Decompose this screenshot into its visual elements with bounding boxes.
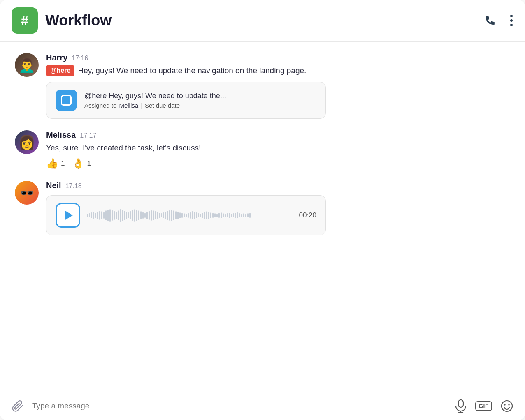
message-neil: Neil 17:18 00:20 [15, 181, 510, 235]
avatar-harry [15, 53, 39, 77]
message-content-melissa: Melissa 17:17 Yes, sure. I've created th… [46, 130, 510, 170]
messages-area: Harry 17:16 @here Hey, guys! We need to … [0, 42, 525, 392]
reaction-ok[interactable]: 👌 1 [72, 158, 91, 169]
message-content-harry: Harry 17:16 @here Hey, guys! We need to … [46, 53, 510, 119]
message-harry: Harry 17:16 @here Hey, guys! We need to … [15, 53, 510, 119]
message-text-harry: @here Hey, guys! We need to update the n… [46, 65, 510, 77]
task-details: @here Hey, guys! We need to update the..… [84, 92, 316, 109]
message-body-melissa: Yes, sure. I've created the task, let's … [46, 142, 201, 154]
channel-symbol: # [21, 14, 28, 27]
attach-button[interactable] [12, 399, 25, 413]
message-header-harry: Harry 17:16 [46, 53, 510, 62]
task-card[interactable]: @here Hey, guys! We need to update the..… [46, 82, 326, 119]
emoji-icon[interactable] [500, 399, 513, 413]
sender-name-harry: Harry [46, 53, 67, 62]
svg-point-7 [504, 404, 506, 406]
avatar-neil [15, 181, 39, 205]
audio-duration: 00:20 [299, 211, 316, 219]
timestamp-neil: 17:18 [65, 182, 82, 190]
bottom-bar: GIF [0, 392, 525, 420]
svg-point-2 [510, 24, 513, 26]
ok-count: 1 [87, 159, 91, 168]
sender-name-melissa: Melissa [46, 130, 76, 140]
waveform [87, 206, 292, 224]
chat-header: # Workflow [0, 0, 525, 42]
message-melissa: Melissa 17:17 Yes, sure. I've created th… [15, 130, 510, 170]
task-preview: @here Hey, guys! We need to update the..… [84, 92, 316, 100]
avatar-melissa [15, 130, 39, 154]
task-meta: Assigned to Mellisa | Set due date [84, 102, 316, 109]
svg-rect-3 [458, 400, 463, 407]
audio-card: 00:20 [46, 195, 326, 235]
task-icon [56, 90, 77, 111]
phone-icon[interactable] [483, 13, 498, 28]
ok-emoji: 👌 [72, 158, 84, 169]
gif-button[interactable]: GIF [475, 401, 492, 411]
play-icon [65, 210, 73, 220]
message-content-neil: Neil 17:18 00:20 [46, 181, 510, 235]
task-meta-divider: | [141, 102, 142, 109]
svg-point-0 [510, 15, 513, 17]
more-options-icon[interactable] [509, 13, 513, 28]
task-icon-inner [61, 95, 72, 106]
svg-point-1 [510, 19, 513, 22]
mention-badge: @here [46, 65, 74, 76]
reaction-thumbsup[interactable]: 👍 1 [46, 158, 65, 169]
reactions-melissa: 👍 1 👌 1 [46, 158, 510, 169]
thumbsup-count: 1 [61, 159, 65, 168]
play-button[interactable] [56, 203, 80, 228]
assigned-label: Assigned to [84, 102, 116, 109]
timestamp-melissa: 17:17 [80, 132, 96, 139]
message-body-harry: Hey, guys! We need to update the navigat… [78, 65, 306, 77]
assignee-name: Mellisa [119, 102, 138, 109]
thumbsup-emoji: 👍 [46, 158, 58, 169]
header-actions [483, 13, 513, 28]
message-header-melissa: Melissa 17:17 [46, 130, 510, 140]
set-due-label[interactable]: Set due date [145, 102, 180, 109]
bottom-actions: GIF [455, 399, 513, 413]
channel-name: Workflow [45, 12, 483, 29]
timestamp-harry: 17:16 [72, 55, 88, 62]
channel-icon: # [12, 7, 38, 34]
message-input[interactable] [32, 402, 447, 411]
sender-name-neil: Neil [46, 181, 61, 190]
message-header-neil: Neil 17:18 [46, 181, 510, 190]
message-text-melissa: Yes, sure. I've created the task, let's … [46, 142, 510, 154]
microphone-icon[interactable] [455, 399, 467, 413]
svg-point-8 [508, 404, 510, 406]
